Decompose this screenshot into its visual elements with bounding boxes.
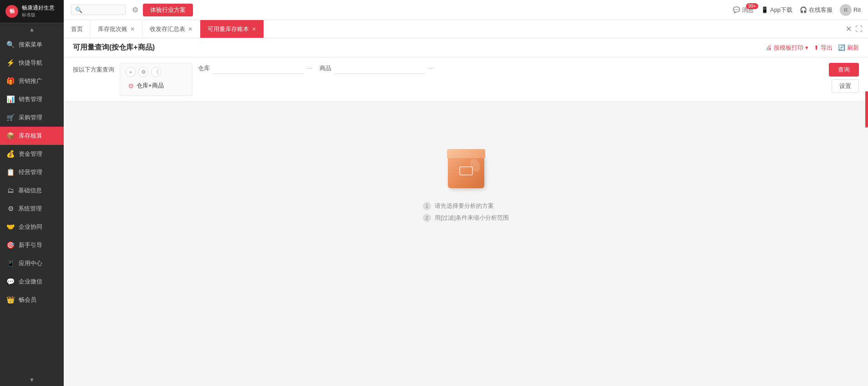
sidebar-item-enterprise[interactable]: 🤝企业协同 xyxy=(0,218,64,236)
refresh-icon: 🔄 xyxy=(838,44,845,51)
sidebar-label-app-center: 应用中心 xyxy=(19,259,42,268)
window-controls: ✕ ⛶ xyxy=(840,25,868,33)
print-template-button[interactable]: 🖨 按模板打印 ▾ xyxy=(766,44,808,52)
sidebar-item-operation[interactable]: 📋经营管理 xyxy=(0,163,64,181)
sidebar-icon-member: 👑 xyxy=(6,296,15,304)
empty-illustration xyxy=(439,138,493,193)
sidebar-label-quick-nav: 快捷导航 xyxy=(19,59,42,67)
maximize-window-button[interactable]: ⛶ xyxy=(855,25,863,33)
tab-batch-ledger[interactable]: 库存批次账✕ xyxy=(91,20,142,38)
sidebar-label-finance: 资金管理 xyxy=(19,150,42,158)
sidebar-item-wechat[interactable]: 💬企业微信 xyxy=(0,273,64,291)
app-logo: 畅 xyxy=(5,5,18,18)
sidebar-item-basic-info[interactable]: 🗂基础信息 xyxy=(0,181,64,200)
sidebar-icon-system: ⚙ xyxy=(6,205,15,213)
avatar: R xyxy=(840,4,852,16)
topbar-search-box[interactable]: 🔍 xyxy=(71,5,126,15)
empty-tip-1: 1 请先选择要分析的方案 xyxy=(423,202,509,210)
empty-tip-2: 2 用[过滤]条件来缩小分析范围 xyxy=(423,214,509,222)
online-service-button[interactable]: 🎧 在线客服 xyxy=(800,6,832,14)
sidebar-nav: 🔍搜索菜单⚡快捷导航🎁营销推广📊销售管理🛒采购管理📦库存核算💰资金管理📋经营管理… xyxy=(0,36,64,374)
export-button[interactable]: ⬆ 导出 xyxy=(814,44,832,52)
tab-close-batch-ledger[interactable]: ✕ xyxy=(130,26,135,32)
sidebar-icon-purchase: 🛒 xyxy=(6,113,15,122)
scheme-item-label: 仓库+商品 xyxy=(137,82,164,90)
sidebar-item-app-center[interactable]: 📱应用中心 xyxy=(0,254,64,273)
tab-label-available-ledger: 可用量库存账本 xyxy=(208,25,249,33)
sidebar-label-purchase: 采购管理 xyxy=(19,113,42,122)
page-title-actions: 🖨 按模板打印 ▾ ⬆ 导出 🔄 刷新 xyxy=(766,44,859,52)
sidebar-item-guide[interactable]: 🎯新手引导 xyxy=(0,236,64,254)
sidebar-label-wechat: 企业微信 xyxy=(19,278,42,286)
product-input[interactable] xyxy=(334,63,425,74)
sidebar-label-basic-info: 基础信息 xyxy=(18,186,42,195)
tab-label-home: 首页 xyxy=(71,25,83,33)
collapse-scheme-button[interactable]: 《 xyxy=(151,67,161,77)
add-scheme-button[interactable]: ＋ xyxy=(126,67,136,77)
right-scrollbar[interactable] xyxy=(865,91,868,128)
sidebar-scroll-up[interactable]: ▲ xyxy=(0,23,64,36)
export-icon: ⬆ xyxy=(814,44,819,51)
query-button[interactable]: 查询 xyxy=(829,63,859,77)
sidebar-icon-marketing: 🎁 xyxy=(6,77,15,85)
warehouse-filter-field: 仓库 ··· xyxy=(198,63,312,74)
sidebar-item-quick-nav[interactable]: ⚡快捷导航 xyxy=(0,54,64,72)
sidebar-label-marketing: 营销推广 xyxy=(19,77,42,85)
scheme-item-warehouse-product[interactable]: ⊙ 仓库+商品 xyxy=(126,80,187,92)
sidebar-item-finance[interactable]: 💰资金管理 xyxy=(0,145,64,163)
sidebar-icon-inventory: 📦 xyxy=(6,132,15,140)
sidebar-label-enterprise: 企业协同 xyxy=(19,223,42,231)
sidebar-item-system[interactable]: ⚙系统管理 xyxy=(0,200,64,218)
tab-close-available-ledger[interactable]: ✕ xyxy=(252,26,256,32)
app-download-button[interactable]: 📱 App下载 xyxy=(761,6,792,14)
search-icon: 🔍 xyxy=(75,6,82,13)
sidebar-item-purchase[interactable]: 🛒采购管理 xyxy=(0,108,64,127)
product-label: 商品 xyxy=(320,64,331,72)
user-menu[interactable]: R Rit xyxy=(840,4,861,16)
sidebar-icon-guide: 🎯 xyxy=(6,241,15,249)
export-label: 导出 xyxy=(821,44,832,52)
empty-state: 1 请先选择要分析的方案 2 用[过滤]条件来缩小分析范围 xyxy=(64,102,868,258)
tab-available-ledger[interactable]: 可用量库存账本✕ xyxy=(200,20,264,38)
sidebar-item-member[interactable]: 👑畅会员 xyxy=(0,291,64,309)
sidebar-item-sales[interactable]: 📊销售管理 xyxy=(0,90,64,108)
warehouse-label: 仓库 xyxy=(198,64,210,72)
chevron-down-icon[interactable]: ▾ xyxy=(805,44,808,51)
messages-button[interactable]: 💬 消息 99+ xyxy=(733,6,754,14)
warehouse-input[interactable] xyxy=(213,63,304,74)
gear-icon[interactable]: ⚙ xyxy=(132,5,138,14)
settings-scheme-button[interactable]: ⚙ xyxy=(138,67,148,77)
main-area: 🔍 ⚙ 体验行业方案 💬 消息 99+ 📱 App下载 🎧 在线客服 R Rit xyxy=(64,0,868,386)
tabs-bar: 首页库存批次账✕收发存汇总表✕可用量库存账本✕ ✕ ⛶ xyxy=(64,20,868,38)
topbar: 🔍 ⚙ 体验行业方案 💬 消息 99+ 📱 App下载 🎧 在线客服 R Rit xyxy=(64,0,868,20)
app-version: 标准版 xyxy=(22,12,55,18)
phone-icon: 📱 xyxy=(761,6,768,13)
print-label: 按模板打印 xyxy=(774,44,803,52)
search-input[interactable] xyxy=(85,7,122,13)
scheme-controls: ＋ ⚙ 《 xyxy=(126,67,187,77)
settings-button[interactable]: 设置 xyxy=(832,79,859,93)
warehouse-more-button[interactable]: ··· xyxy=(306,64,312,72)
industry-solution-button[interactable]: 体验行业方案 xyxy=(143,4,193,16)
tab-label-inventory-summary: 收发存汇总表 xyxy=(150,25,185,33)
tab-close-inventory-summary[interactable]: ✕ xyxy=(188,26,193,32)
sidebar-icon-sales: 📊 xyxy=(6,95,15,103)
filter-label: 按以下方案查询 xyxy=(73,63,114,74)
tip-num-1: 1 xyxy=(423,202,431,210)
close-window-button[interactable]: ✕ xyxy=(846,25,852,33)
tab-label-batch-ledger: 库存批次账 xyxy=(98,25,127,33)
refresh-button[interactable]: 🔄 刷新 xyxy=(838,44,859,52)
app-name: 畅康通好生意 xyxy=(22,5,55,12)
app-download-label: App下载 xyxy=(770,6,792,14)
sidebar-item-search[interactable]: 🔍搜索菜单 xyxy=(0,36,64,54)
message-icon: 💬 xyxy=(733,6,740,13)
online-service-label: 在线客服 xyxy=(809,6,832,14)
sidebar-scroll-down[interactable]: ▼ xyxy=(0,374,64,386)
sidebar-item-marketing[interactable]: 🎁营销推广 xyxy=(0,72,64,90)
filter-fields: 仓库 ··· 商品 ··· xyxy=(198,63,823,74)
tab-home[interactable]: 首页 xyxy=(64,20,91,38)
product-more-button[interactable]: ··· xyxy=(428,64,434,72)
sidebar-item-inventory[interactable]: 📦库存核算 xyxy=(0,127,64,145)
page-title-bar: 可用量查询(按仓库+商品) 🖨 按模板打印 ▾ ⬆ 导出 🔄 刷新 xyxy=(64,38,868,57)
tab-inventory-summary[interactable]: 收发存汇总表✕ xyxy=(142,20,200,38)
